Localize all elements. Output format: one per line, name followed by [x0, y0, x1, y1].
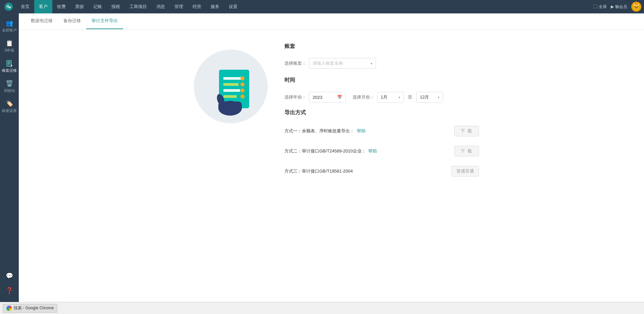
taskbar-chrome-item[interactable]: 线索 - Google Chrome — [3, 304, 57, 313]
sidebar-item-zero-declaration[interactable]: 📋 0申报 — [0, 36, 19, 56]
tag-settings-icon: 🏷️ — [6, 100, 13, 107]
account-select-placeholder: 请输入账套名称 — [313, 60, 343, 66]
nav-items: 首页 客户 收费 票据 记账 报税 工商项目 消息 管理 经营 服务 设置 — [16, 0, 593, 13]
taskbar-chrome-label: 线索 - Google Chrome — [14, 305, 54, 311]
svg-point-15 — [240, 95, 245, 99]
fullscreen-button[interactable]: ⛶ 全屏 — [593, 4, 607, 10]
chrome-icon — [6, 306, 12, 311]
end-month-select[interactable]: 12月 ▾ — [416, 92, 443, 103]
month-select-label: 选择月份： — [353, 94, 374, 100]
export-method-3: 方式三：审计接口GB/T19581-2004 暂缓开通 — [284, 166, 479, 177]
nav-operation[interactable]: 经营 — [188, 0, 206, 13]
calendar-icon: 📅 — [337, 95, 342, 100]
top-nav-right: ⛶ 全屏 ▶ 畅会员 🐱 — [593, 2, 641, 12]
year-value: 2023 — [313, 95, 322, 100]
svg-rect-10 — [223, 89, 240, 92]
logo[interactable] — [3, 1, 15, 13]
fullscreen-icon: ⛶ — [593, 4, 597, 9]
content-area: 数据包迁移 备份迁移 审计文件导出 — [19, 13, 644, 302]
sidebar-item-recycle-bin[interactable]: 🗑️ 回收站 — [0, 76, 19, 97]
account-select-chevron-icon: ▾ — [371, 62, 372, 65]
account-select-label: 选择账套： — [284, 60, 306, 66]
export-method-1-text: 方式一：余额表、序时账批量导出： 帮助 — [284, 128, 451, 134]
export-method-2-download-button[interactable]: 下 载 — [454, 146, 479, 156]
sidebar-item-tag-settings[interactable]: 🏷️ 标签设置 — [0, 97, 19, 117]
nav-service[interactable]: 服务 — [206, 0, 224, 13]
svg-rect-9 — [223, 83, 238, 86]
nav-invoice[interactable]: 票据 — [70, 0, 89, 13]
export-method-2-help-link[interactable]: 帮助 — [368, 148, 377, 153]
time-separator: 至 — [407, 94, 414, 100]
svg-point-12 — [240, 76, 245, 80]
tab-data-migration[interactable]: 数据包迁移 — [25, 13, 58, 29]
nav-tax[interactable]: 报税 — [107, 0, 125, 13]
vip-button[interactable]: ▶ 畅会员 — [611, 4, 627, 10]
taskbar: 线索 - Google Chrome — [0, 302, 644, 314]
nav-settings[interactable]: 设置 — [224, 0, 242, 13]
account-select-row: 选择账套： 请输入账套名称 ▾ — [284, 58, 479, 69]
year-input[interactable]: 2023 📅 — [309, 92, 346, 103]
main-layout: 👥 全部客户 📋 0申报 账套迁移 🗑️ 回收站 — [0, 13, 644, 302]
help-icon: ❓ — [6, 287, 13, 294]
nav-fees[interactable]: 收费 — [52, 0, 70, 13]
tab-backup-migration[interactable]: 备份迁移 — [58, 13, 86, 29]
export-method-1: 方式一：余额表、序时账批量导出： 帮助 下 载 — [284, 126, 479, 136]
nav-business[interactable]: 工商项目 — [125, 0, 152, 13]
time-row: 选择年份： 2023 📅 选择月份： 1月 ▾ 至 12月 ▾ — [284, 92, 479, 103]
sidebar: 👥 全部客户 📋 0申报 账套迁移 🗑️ 回收站 — [0, 13, 19, 302]
svg-rect-11 — [223, 95, 237, 98]
svg-point-14 — [240, 88, 245, 92]
recycle-bin-icon: 🗑️ — [6, 80, 13, 87]
chat-icon: 💬 — [6, 272, 13, 279]
export-method-1-help-link[interactable]: 帮助 — [357, 128, 366, 133]
page-body: 账套 选择账套： 请输入账套名称 ▾ 时间 选择年份： 2023 📅 — [19, 29, 644, 302]
nav-home[interactable]: 首页 — [16, 0, 34, 13]
nav-manage[interactable]: 管理 — [170, 0, 188, 13]
export-method-3-text: 方式三：审计接口GB/T19581-2004 — [284, 168, 449, 174]
export-method-1-download-button[interactable]: 下 载 — [454, 126, 479, 136]
export-method-2: 方式二：审计接口GB/T24589-2010企业： 帮助 下 载 — [284, 146, 479, 156]
svg-rect-1 — [7, 60, 11, 66]
all-customers-icon: 👥 — [6, 19, 13, 27]
sidebar-item-account-migration[interactable]: 账套迁移 — [0, 56, 19, 76]
start-month-value: 1月 — [381, 94, 387, 100]
export-method-2-text: 方式二：审计接口GB/T24589-2010企业： 帮助 — [284, 148, 451, 154]
svg-point-13 — [240, 82, 245, 86]
nav-customer[interactable]: 客户 — [34, 0, 52, 13]
zero-declaration-icon: 📋 — [6, 40, 13, 47]
time-section-title: 时间 — [284, 77, 479, 86]
tab-audit-export[interactable]: 审计文件导出 — [86, 13, 123, 29]
account-select[interactable]: 请输入账套名称 ▾ — [309, 58, 376, 69]
export-method-3-coming-soon-button[interactable]: 暂缓开通 — [451, 166, 479, 177]
top-navigation: 首页 客户 收费 票据 记账 报税 工商项目 消息 管理 经营 服务 设置 ⛶ … — [0, 0, 644, 13]
sidebar-bottom: 💬 ❓ — [0, 270, 19, 302]
sidebar-chat-button[interactable]: 💬 — [0, 270, 19, 282]
sidebar-item-all-customers[interactable]: 👥 全部客户 — [0, 16, 19, 36]
tab-bar: 数据包迁移 备份迁移 审计文件导出 — [19, 13, 644, 29]
account-section-title: 账套 — [284, 43, 479, 53]
account-migration-icon — [6, 60, 13, 67]
svg-rect-8 — [223, 77, 242, 80]
export-section-title: 导出方式 — [284, 109, 479, 119]
illustration-side — [184, 50, 278, 123]
form-side: 账套 选择账套： 请输入账套名称 ▾ 时间 选择年份： 2023 📅 — [278, 43, 479, 186]
end-month-chevron-icon: ▾ — [438, 96, 439, 99]
year-select-label: 选择年份： — [284, 94, 306, 100]
illustration-circle — [194, 50, 268, 123]
nav-message[interactable]: 消息 — [152, 0, 170, 13]
start-month-chevron-icon: ▾ — [398, 96, 400, 99]
start-month-select[interactable]: 1月 ▾ — [377, 92, 404, 103]
nav-bookkeeping[interactable]: 记账 — [89, 0, 107, 13]
vip-icon: ▶ — [611, 4, 614, 9]
sidebar-help-button[interactable]: ❓ — [0, 285, 19, 297]
avatar[interactable]: 🐱 — [631, 2, 641, 12]
end-month-value: 12月 — [420, 94, 429, 100]
